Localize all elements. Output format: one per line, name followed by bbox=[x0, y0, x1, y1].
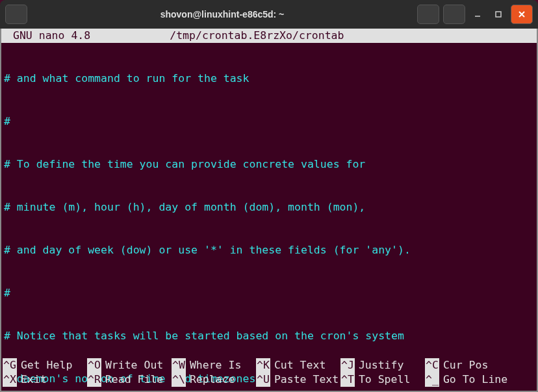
crontab-line: # and day of week (dow) or use '*' in th… bbox=[4, 243, 534, 257]
close-button[interactable] bbox=[511, 5, 533, 24]
shortcut-cut-text: ^KCut Text bbox=[256, 358, 340, 372]
nano-footer: ^GGet Help ^OWrite Out ^WWhere Is ^KCut … bbox=[1, 358, 537, 387]
shortcut-justify: ^JJustify bbox=[340, 358, 425, 372]
new-tab-button[interactable] bbox=[5, 5, 27, 24]
nano-header: GNU nano 4.8 /tmp/crontab.E8rzXo/crontab bbox=[1, 29, 537, 43]
shortcut-go-to-line: ^_Go To Line bbox=[425, 372, 509, 387]
maximize-button[interactable] bbox=[490, 6, 507, 23]
shortcut-cur-pos: ^CCur Pos bbox=[425, 358, 509, 372]
search-button[interactable] bbox=[417, 5, 439, 24]
shortcut-write-out: ^OWrite Out bbox=[87, 358, 172, 372]
shortcut-where-is: ^WWhere Is bbox=[172, 358, 256, 372]
crontab-line: # bbox=[4, 114, 534, 129]
maximize-icon bbox=[494, 8, 502, 21]
shortcut-to-spell: ^TTo Spell bbox=[340, 372, 425, 387]
shortcut-get-help: ^GGet Help bbox=[3, 358, 87, 372]
crontab-line: # bbox=[4, 286, 534, 300]
window-title: shovon@linuxhint-e86c5d: ~ bbox=[27, 9, 417, 20]
shortcut-read-file: ^RRead File bbox=[87, 372, 172, 387]
footer-row-1: ^GGet Help ^OWrite Out ^WWhere Is ^KCut … bbox=[3, 358, 535, 372]
menu-button[interactable] bbox=[443, 5, 465, 24]
window-titlebar: shovon@linuxhint-e86c5d: ~ bbox=[0, 0, 538, 29]
nano-filename: /tmp/crontab.E8rzXo/crontab bbox=[90, 29, 344, 43]
shortcut-exit: ^XExit bbox=[3, 372, 87, 387]
crontab-line: # Notice that tasks will be started base… bbox=[4, 329, 534, 343]
crontab-line: # and what command to run for the task bbox=[4, 72, 534, 86]
minimize-button[interactable] bbox=[469, 6, 486, 23]
nano-version: GNU nano 4.8 bbox=[4, 29, 90, 43]
shortcut-replace: ^\Replace bbox=[172, 372, 256, 387]
nano-content[interactable]: # and what command to run for the task #… bbox=[1, 43, 537, 392]
terminal-area[interactable]: GNU nano 4.8 /tmp/crontab.E8rzXo/crontab… bbox=[0, 29, 538, 392]
footer-row-2: ^XExit ^RRead File ^\Replace ^UPaste Tex… bbox=[3, 372, 535, 387]
minimize-icon bbox=[474, 8, 481, 21]
close-icon bbox=[518, 8, 526, 21]
svg-rect-2 bbox=[496, 12, 501, 17]
shortcut-paste-text: ^UPaste Text bbox=[256, 372, 340, 387]
crontab-line: # To define the time you can provide con… bbox=[4, 157, 534, 172]
crontab-line: # minute (m), hour (h), day of month (do… bbox=[4, 200, 534, 215]
